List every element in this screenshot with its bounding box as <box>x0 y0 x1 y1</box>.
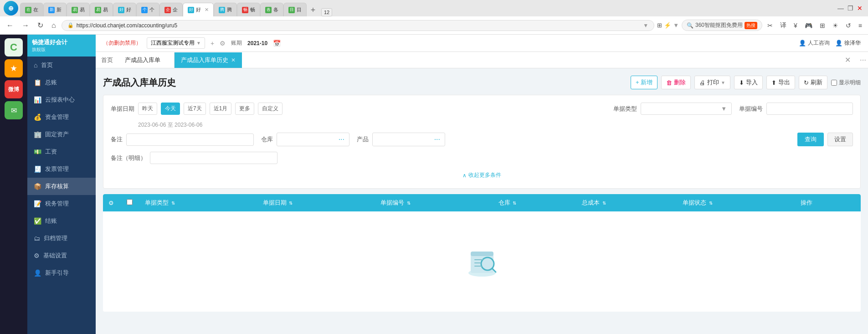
th-type[interactable]: 单据类型 ⇅ <box>139 194 257 211</box>
collapse-button[interactable]: ∧ 收起更多条件 <box>111 170 853 181</box>
note-detail-input[interactable] <box>150 152 277 164</box>
nav-item-checkout[interactable]: ✅ 结账 <box>27 212 96 230</box>
product-filter-select[interactable]: ··· <box>372 133 445 146</box>
type-filter-select[interactable]: ▼ <box>641 103 732 115</box>
breadcrumb-home[interactable]: 首页 <box>96 52 118 68</box>
date-custom[interactable]: 自定义 <box>258 103 282 115</box>
date-1month[interactable]: 近1月 <box>210 103 232 115</box>
nav-item-reports[interactable]: 📊 云报表中心 <box>27 91 96 108</box>
search-bar[interactable]: 🔍 360智能抠图免费用 热搜 <box>682 20 762 31</box>
new-tab-button[interactable]: + <box>307 4 319 16</box>
import-button[interactable]: ⬇ 导入 <box>734 76 763 89</box>
show-detail-checkbox[interactable]: 显示明细 <box>831 79 861 87</box>
browser-settings-icon[interactable]: ≡ <box>856 21 864 31</box>
breadcrumb-tab-list-close[interactable]: ✕ <box>163 57 168 63</box>
date-yesterday[interactable]: 昨天 <box>138 103 157 115</box>
delete-button[interactable]: 🗑 删除 <box>661 76 691 89</box>
breadcrumb-tab-history[interactable]: 产成品入库单历史 ✕ <box>175 52 242 68</box>
translate-icon[interactable]: 译 <box>778 20 789 31</box>
nav-item-newentry[interactable]: 👤 新手引导 <box>27 264 96 282</box>
minimize-button[interactable]: — <box>837 5 844 12</box>
page-more-button[interactable]: ⋯ <box>858 53 868 67</box>
th-date[interactable]: 单据日期 ⇅ <box>257 194 375 211</box>
add-company-button[interactable]: + <box>211 40 214 47</box>
th-status[interactable]: 单据状态 ⇅ <box>677 194 795 211</box>
browser-tab-12[interactable]: 目 目 <box>283 3 307 16</box>
note-filter-input[interactable] <box>126 134 254 146</box>
new-button[interactable]: + 新增 <box>631 76 657 89</box>
apps-icon[interactable]: ⊞ <box>817 21 827 31</box>
export-button[interactable]: ⬆ 导出 <box>766 76 795 89</box>
forward-button[interactable]: → <box>19 20 32 31</box>
lightning-icon[interactable]: ⚡ <box>664 22 671 29</box>
more-icon[interactable]: ▼ <box>673 22 679 29</box>
home-nav-button[interactable]: ⌂ <box>49 20 59 31</box>
nav-item-ledger[interactable]: 📋 总账 <box>27 74 96 91</box>
show-detail-input[interactable] <box>831 80 837 86</box>
browser-tab-6[interactable]: 个 个 <box>136 3 159 16</box>
print-button[interactable]: 🖨 打印 ▼ <box>694 76 730 89</box>
nav-item-archive[interactable]: 🗂 归档管理 <box>27 230 96 247</box>
date-7days[interactable]: 近7天 <box>184 103 206 115</box>
sidebar-app-chanjet[interactable]: C <box>5 38 23 57</box>
select-all-checkbox[interactable] <box>127 199 133 205</box>
scissors-icon[interactable]: ✂ <box>765 21 775 31</box>
refresh-button[interactable]: ↻ <box>35 19 46 31</box>
address-expand[interactable]: ▼ <box>643 22 648 29</box>
nav-item-settings[interactable]: ⚙ 基础设置 <box>27 247 96 264</box>
browser-tab-4[interactable]: 易 易 <box>90 3 113 16</box>
th-cost[interactable]: 总成本 ⇅ <box>576 194 677 211</box>
nav-item-assets[interactable]: 🏢 固定资产 <box>27 126 96 143</box>
browser-tab-9[interactable]: 腾 腾 <box>214 3 237 16</box>
th-gear[interactable]: ⚙ <box>103 194 121 211</box>
refresh-button[interactable]: ↻ 刷新 <box>799 76 827 89</box>
nav-item-inventory[interactable]: 📦 库存核算 <box>27 178 96 195</box>
back-button[interactable]: ← <box>4 20 16 31</box>
browser-tab-1[interactable]: 在 在 <box>20 3 43 16</box>
user-service[interactable]: 👤 人工咨询 <box>799 39 830 47</box>
calendar-icon[interactable]: 📅 <box>273 40 281 47</box>
app-logo[interactable]: 畅捷通好会计 旗舰版 <box>27 35 96 57</box>
browser-tab-3[interactable]: 易 易 <box>67 3 90 16</box>
nav-item-tax[interactable]: 📝 税务管理 <box>27 195 96 212</box>
warehouse-filter-select[interactable]: ··· <box>277 133 349 146</box>
browser-tab-2[interactable]: 新 新 <box>43 3 67 16</box>
user-info[interactable]: 👤 徐泽华 <box>835 39 861 47</box>
product-dots-icon[interactable]: ··· <box>434 135 440 144</box>
sidebar-app-mail[interactable]: ✉ <box>5 101 23 119</box>
date-today[interactable]: 今天 <box>161 103 180 115</box>
restore-button[interactable]: ❐ <box>847 5 853 12</box>
warehouse-dots-icon[interactable]: ··· <box>339 135 344 144</box>
nav-item-home[interactable]: ⌂ 首页 <box>27 57 96 74</box>
page-close-button[interactable]: ✕ <box>837 52 858 68</box>
address-bar[interactable]: 🔒 https://cloud.chanjet.com/accounting/u… <box>62 20 654 31</box>
browser-tab-8[interactable]: 好 好 ✕ <box>183 3 214 16</box>
number-filter-input[interactable] <box>766 103 853 115</box>
company-settings-icon[interactable]: ⚙ <box>220 40 226 47</box>
game-icon[interactable]: 🎮 <box>802 21 815 31</box>
tab8-close[interactable]: ✕ <box>205 7 209 13</box>
setting-button[interactable]: 设置 <box>827 133 853 146</box>
sun-icon[interactable]: ☀ <box>830 21 841 31</box>
nav-item-funds[interactable]: 💰 资金管理 <box>27 108 96 126</box>
th-number[interactable]: 单据编号 ⇅ <box>375 194 493 211</box>
breadcrumb-tab-history-close[interactable]: ✕ <box>231 57 236 63</box>
gear-settings-icon[interactable]: ⚙ <box>108 200 114 206</box>
company-select[interactable]: 江西服宝测试专用 ▼ <box>147 37 205 49</box>
close-button[interactable]: ✕ <box>857 5 863 12</box>
query-button[interactable]: 查询 <box>797 133 824 146</box>
sidebar-app-star[interactable]: ★ <box>5 59 23 77</box>
browser-tab-10[interactable]: 畅 畅 <box>237 3 260 16</box>
browser-tab-7[interactable]: 企 企 <box>159 3 183 16</box>
browser-tab-5[interactable]: 好 好 <box>113 3 136 16</box>
th-warehouse[interactable]: 仓库 ⇅ <box>493 194 577 211</box>
grid-icon[interactable]: ⊞ <box>657 22 662 29</box>
sidebar-app-weibo[interactable]: 微博 <box>5 80 23 98</box>
currency-icon[interactable]: ¥ <box>791 21 800 31</box>
th-checkbox[interactable] <box>121 194 139 211</box>
undo-icon[interactable]: ↺ <box>843 21 853 31</box>
nav-item-invoice[interactable]: 🧾 发票管理 <box>27 160 96 178</box>
date-more[interactable]: 更多 <box>235 103 254 115</box>
browser-tab-11[interactable]: 各 各 <box>260 3 283 16</box>
breadcrumb-tab-list[interactable]: 产成品入库单 ✕ <box>118 52 175 68</box>
